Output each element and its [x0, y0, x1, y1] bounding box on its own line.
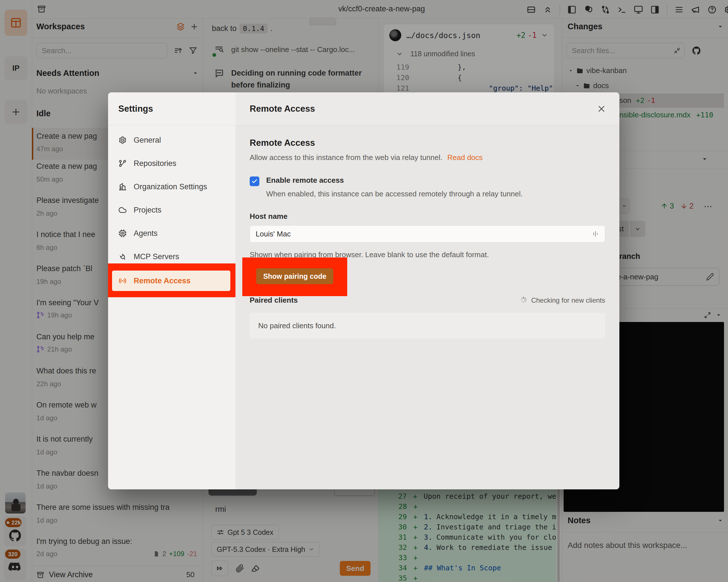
paired-clients-empty-box: No paired clients found. [250, 313, 605, 338]
annotation-box-remote-access: Remote Access [108, 264, 235, 297]
check-icon [251, 178, 258, 185]
git-branch-icon [118, 159, 127, 168]
settings-sidebar: Settings General Repositories Organizati… [108, 92, 236, 489]
annotation-box-pairing: Show pairing code [242, 257, 347, 296]
gear-icon [118, 136, 127, 144]
text-cursor-icon [592, 230, 599, 238]
cloud-icon [118, 206, 127, 214]
building-icon [118, 183, 127, 191]
settings-title: Settings [118, 104, 153, 114]
settings-nav-organization[interactable]: Organization Settings [108, 179, 235, 195]
section-title: Remote Access [250, 138, 315, 148]
plug-icon [116, 251, 129, 262]
settings-nav-mcp-servers[interactable]: MCP Servers [108, 249, 235, 265]
read-docs-link[interactable]: Read docs [447, 153, 483, 162]
app-window: vk/ccf0-create-a-new-pag IP [0, 0, 728, 582]
paired-clients-label: Paired clients [250, 296, 298, 305]
cpu-icon [118, 229, 127, 238]
checking-clients-label: Checking for new clients [531, 297, 605, 304]
show-pairing-code-button[interactable]: Show pairing code [256, 268, 333, 284]
section-description: Allow access to this instance from the w… [250, 153, 442, 162]
settings-nav-general[interactable]: General [108, 132, 235, 148]
host-name-label: Host name [250, 212, 287, 221]
close-icon[interactable] [597, 105, 606, 113]
spinner-icon [520, 296, 527, 305]
broadcast-icon [118, 277, 127, 285]
remote-access-panel: Remote Access Allow access to this insta… [235, 125, 619, 489]
checkbox-label[interactable]: Enable remote access [266, 176, 344, 185]
host-name-input[interactable]: Louis' Mac [250, 225, 605, 242]
settings-modal: Settings General Repositories Organizati… [108, 92, 619, 489]
modal-header-title: Remote Access [250, 104, 315, 114]
settings-nav-remote-access[interactable]: Remote Access [112, 271, 230, 291]
settings-nav-repositories[interactable]: Repositories [108, 156, 235, 171]
settings-nav-agents[interactable]: Agents [108, 225, 235, 241]
enable-remote-checkbox[interactable] [250, 176, 259, 186]
modal-header: Remote Access [235, 92, 619, 125]
settings-nav-projects[interactable]: Projects [108, 202, 235, 218]
checkbox-sublabel: When enabled, this instance can be acces… [266, 190, 523, 198]
